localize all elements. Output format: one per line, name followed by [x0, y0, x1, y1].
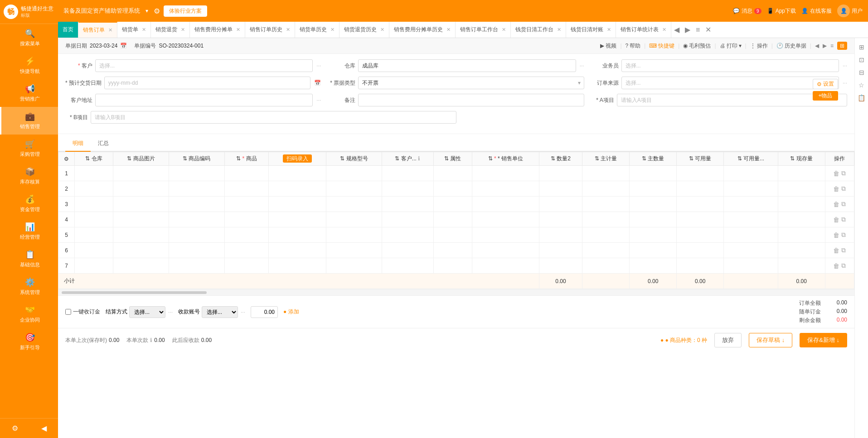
cell-unit[interactable] [472, 181, 539, 197]
sidebar-item-search[interactable]: 🔍 搜索菜单 [0, 24, 58, 52]
copy-icon[interactable]: ⧉ [841, 200, 846, 208]
cell-unit[interactable] [472, 212, 539, 227]
tab-close-icon[interactable]: ✕ [142, 27, 146, 33]
add-goods-btn[interactable]: +物品 [813, 91, 838, 101]
copy-icon[interactable]: ⧉ [841, 262, 846, 270]
horizontal-scrollbar[interactable] [62, 291, 207, 294]
salesperson-more-icon[interactable]: ··· [843, 63, 847, 69]
profit-btn[interactable]: ◉ 毛利预估 [683, 42, 711, 50]
tab-close-icon[interactable]: ✕ [502, 27, 506, 33]
cell-product-code[interactable] [169, 227, 224, 243]
settings-btn[interactable]: ⚙ 设置 [813, 79, 838, 89]
tab-close-icon[interactable]: ✕ [380, 27, 384, 33]
tab-close-icon[interactable]: ✕ [607, 27, 611, 33]
cell-attr[interactable] [433, 166, 472, 181]
cell-product-code[interactable] [169, 181, 224, 197]
cell-unit[interactable] [472, 166, 539, 181]
copy-icon[interactable]: ⧉ [841, 246, 846, 254]
copy-icon[interactable]: ⧉ [841, 231, 846, 239]
sidebar-item-basic-info[interactable]: 📋 基础信息 [0, 245, 58, 273]
right-icon-2[interactable]: ⊡ [856, 54, 867, 65]
cell-product-code[interactable] [169, 166, 224, 181]
cell-product-code[interactable] [169, 197, 224, 212]
message-btn[interactable]: 💬 消息 9 [733, 7, 761, 15]
th-qty2[interactable]: ⇅ 数量2 [539, 152, 582, 166]
tab-sales-stats[interactable]: 销售订单统计表 ✕ [616, 22, 671, 38]
th-warehouse[interactable]: ⇅ 仓库 [75, 152, 113, 166]
tab-nav-right[interactable]: ▶ [682, 22, 693, 38]
tab-close-icon[interactable]: ✕ [662, 27, 666, 33]
cell-unit[interactable] [472, 227, 539, 243]
save-new-btn[interactable]: 保存&新增 ↓ [800, 333, 847, 347]
cell-qty2[interactable] [539, 166, 582, 181]
sidebar-item-marketing[interactable]: 📢 营销推广 [0, 79, 58, 107]
discard-btn[interactable]: 放弃 [714, 333, 742, 347]
cell-unit[interactable] [472, 243, 539, 258]
one-click-checkout-checkbox[interactable] [65, 309, 71, 315]
tab-sales-refund[interactable]: 销货退货 ✕ [151, 22, 190, 38]
calendar-icon[interactable]: 📅 [120, 43, 127, 49]
th-available[interactable]: ⇅ 可用量 [677, 152, 724, 166]
list-view-btn[interactable]: ≡ [830, 43, 834, 49]
tab-nav-left[interactable]: ◀ [671, 22, 682, 38]
cell-product-code[interactable] [169, 243, 224, 258]
checkout-more-icon[interactable]: ··· [168, 309, 173, 315]
tab-cash-daily-workbench[interactable]: 钱货日清工作台 ✕ [511, 22, 566, 38]
tab-sales-order[interactable]: 销售订单 ✕ [78, 22, 117, 38]
cell-warehouse[interactable] [75, 243, 113, 258]
delete-icon[interactable]: 🗑 [833, 216, 839, 223]
right-icon-1[interactable]: ⊞ [856, 42, 867, 53]
th-settings[interactable]: ⚙ [58, 152, 75, 166]
th-current-stock[interactable]: ⇅ 现存量 [778, 152, 825, 166]
tab-sales-fee-history[interactable]: 销售费用分摊单历史 ✕ [389, 22, 456, 38]
topbar-settings-icon[interactable]: ⚙ [154, 7, 160, 15]
th-spec[interactable]: ⇅ 规格型号 [326, 152, 382, 166]
customer-input[interactable] [95, 59, 313, 72]
right-icon-4[interactable]: ☆ [856, 80, 867, 91]
cell-warehouse[interactable] [75, 227, 113, 243]
tab-close-icon[interactable]: ✕ [446, 27, 451, 33]
delete-icon[interactable]: 🗑 [833, 231, 839, 239]
th-product-image[interactable]: ⇅ 商品图片 [113, 152, 169, 166]
customer-more-icon[interactable]: ··· [316, 63, 321, 69]
cell-warehouse[interactable] [75, 258, 113, 274]
delete-icon[interactable]: 🗑 [833, 170, 839, 177]
th-main-qty[interactable]: ⇅ 主数量 [630, 152, 677, 166]
prev-record-btn[interactable]: ◀ [815, 43, 819, 49]
industry-btn[interactable]: 体验行业方案 [164, 5, 207, 17]
cell-main-qty[interactable] [630, 243, 677, 258]
cell-attr[interactable] [433, 197, 472, 212]
sidebar-item-cooperation[interactable]: 🤝 企业协同 [0, 300, 58, 328]
tab-cash-daily-reconcile[interactable]: 钱货日清对账 ✕ [566, 22, 616, 38]
th-main-unit[interactable]: ⇅ 主计量 [582, 152, 630, 166]
online-service-btn[interactable]: 👤 在线客服 [801, 7, 832, 15]
copy-icon[interactable]: ⧉ [841, 169, 846, 177]
cell-product[interactable] [224, 197, 269, 212]
sidebar-item-finance[interactable]: 💰 资金管理 [0, 190, 58, 217]
tab-home[interactable]: 首页 [58, 22, 78, 38]
th-product-code[interactable]: ⇅ 商品编码 [169, 152, 224, 166]
customer-address-input[interactable] [95, 94, 313, 106]
sidebar-item-quick-nav[interactable]: ⚡ 快捷导航 [0, 52, 58, 79]
cell-spec[interactable] [326, 227, 382, 243]
cell-warehouse[interactable] [75, 197, 113, 212]
help-btn[interactable]: ? 帮助 [626, 42, 641, 50]
system-dropdown[interactable]: ▾ [144, 7, 150, 15]
th-unit[interactable]: ⇅ * 销售单位 [472, 152, 539, 166]
warehouse-input[interactable] [358, 59, 576, 72]
cell-main-qty[interactable] [630, 166, 677, 181]
receipt-account-select[interactable]: 选择... [202, 306, 238, 318]
tab-sales-return[interactable]: 销货单 ✕ [117, 22, 151, 38]
invoice-type-select[interactable]: 不开票 [358, 77, 584, 89]
cell-warehouse[interactable] [75, 212, 113, 227]
view-btn[interactable]: ▶ 视频 [600, 42, 616, 50]
delete-icon[interactable]: 🗑 [833, 185, 839, 193]
cell-spec[interactable] [326, 212, 382, 227]
project-b-input[interactable] [91, 111, 456, 124]
cell-product-code[interactable] [169, 212, 224, 227]
tab-sales-fee-split[interactable]: 销售费用分摊单 ✕ [190, 22, 245, 38]
expected-date-input[interactable] [104, 77, 310, 89]
cell-qty2[interactable] [539, 243, 582, 258]
cell-product-code[interactable] [169, 258, 224, 274]
cell-warehouse[interactable] [75, 166, 113, 181]
